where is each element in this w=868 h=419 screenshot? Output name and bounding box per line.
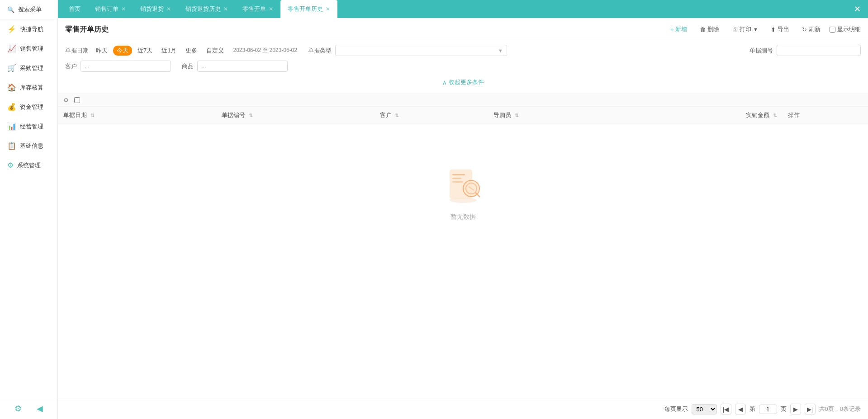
sidebar-item-inventory[interactable]: 🏠 库存核算 [0,78,57,97]
page-number-input[interactable] [759,405,777,414]
add-label: + 新增 [670,25,687,33]
sort-date-icon[interactable]: ⇅ [90,113,95,118]
tab-retail-open[interactable]: 零售开单 ✕ [235,0,280,18]
sidebar-item-sales-mgmt[interactable]: 📈 销售管理 [0,39,57,58]
tab-label: 销货退货 [140,5,164,13]
window-close-icon[interactable]: ✕ [850,4,864,14]
pagination: 每页显示 10 20 50 100 |◀ ◀ 第 页 ▶ ▶| 共0页，0条记录 [58,399,868,419]
date-opt-7days[interactable]: 近7天 [134,46,156,56]
sort-amount-icon[interactable]: ⇅ [773,113,777,118]
per-page-label: 每页显示 [664,405,688,413]
tab-close-icon[interactable]: ✕ [223,6,228,12]
tab-sales-order[interactable]: 销售订单 ✕ [88,0,133,18]
display-detail-checkbox[interactable] [830,27,835,33]
sidebar-item-label: 基础信息 [20,142,43,150]
type-filter: 单据类型 ▼ [308,45,739,56]
goods-dots: ... [201,63,206,70]
first-page-button[interactable]: |◀ [721,404,731,414]
svg-rect-3 [452,178,461,179]
number-input[interactable] [777,45,861,56]
collapse-button[interactable]: ∧ 收起更多条件 [65,76,861,88]
column-settings-icon[interactable]: ⚙ [63,97,69,104]
date-filter: 单据日期 昨天 今天 近7天 近1月 更多 自定义 2023-06-02 至 2… [65,46,297,56]
table-toolbar: ⚙ [58,94,868,107]
col-number: 单据编号 ⇅ [216,107,375,124]
sidebar-item-label: 采购管理 [20,64,43,72]
sidebar-item-label: 快捷导航 [20,25,43,33]
sort-salesperson-icon[interactable]: ⇅ [515,113,519,118]
page-title: 零售开单历史 [65,25,109,34]
tab-home[interactable]: 首页 [62,0,88,18]
page-label-end: 页 [781,405,787,413]
collapse-sidebar-icon[interactable]: ◀ [37,404,43,414]
tab-close-icon[interactable]: ✕ [166,6,171,12]
tab-close-icon[interactable]: ✕ [121,6,126,12]
sidebar-item-label: 库存核算 [20,84,43,92]
add-button[interactable]: + 新增 [667,24,691,35]
next-page-button[interactable]: ▶ [790,404,801,414]
goods-filter: 商品 ... [182,61,288,72]
customer-select[interactable]: ... [81,61,171,72]
purchase-icon: 🛒 [7,64,16,72]
tab-bar: 首页 销售订单 ✕ 销货退货 ✕ 销货退货历史 ✕ 零售开单 ✕ 零售开单历史 … [58,0,868,18]
system-icon: ⚙ [7,161,14,169]
finance-icon: 💰 [7,103,16,111]
sidebar-item-label: 系统管理 [17,161,41,169]
goods-filter-label: 商品 [182,62,194,71]
collapse-icon: ∧ [442,79,447,86]
operations-icon: 📊 [7,122,16,131]
col-date: 单据日期 ⇅ [58,107,216,124]
sidebar-item-operations[interactable]: 📊 经营管理 [0,117,57,136]
toolbar: + 新增 🗑 删除 🖨 打印 ▼ ⬆ 导出 ↻ 刷新 [667,24,861,35]
tab-close-icon[interactable]: ✕ [269,6,273,12]
date-opt-custom[interactable]: 自定义 [203,46,228,56]
basic-info-icon: 📋 [7,141,16,150]
refresh-button[interactable]: ↻ 刷新 [798,24,824,35]
display-detail-toggle[interactable]: 显示明细 [830,25,861,33]
sidebar-item-finance[interactable]: 💰 资金管理 [0,97,57,117]
prev-page-button[interactable]: ◀ [735,404,746,414]
refresh-icon: ↻ [802,26,807,33]
tab-sales-return-history[interactable]: 销货退货历史 ✕ [178,0,235,18]
date-opt-yesterday[interactable]: 昨天 [92,46,111,56]
print-button[interactable]: 🖨 打印 ▼ [728,24,762,35]
sales-icon: 📈 [7,44,16,53]
tab-close-icon[interactable]: ✕ [326,6,330,12]
sort-number-icon[interactable]: ⇅ [249,113,253,118]
tab-retail-open-history[interactable]: 零售开单历史 ✕ [280,0,337,18]
date-opt-1month[interactable]: 近1月 [158,46,180,56]
col-amount: 实销金额 ⇅ [624,107,783,124]
date-opt-today[interactable]: 今天 [113,46,132,56]
tab-label: 销售订单 [95,5,119,13]
search-icon: 🔍 [7,6,14,13]
refresh-label: 刷新 [809,25,821,33]
inventory-icon: 🏠 [7,83,16,92]
sidebar-search[interactable]: 🔍 搜索采单 [0,0,57,19]
pagination-info: 共0页，0条记录 [819,405,861,413]
tab-sales-return[interactable]: 销货退货 ✕ [133,0,178,18]
date-range-value: 2023-06-02 至 2023-06-02 [233,47,297,54]
type-dropdown-icon: ▼ [498,48,503,53]
sidebar-item-purchase-mgmt[interactable]: 🛒 采购管理 [0,58,57,78]
last-page-button[interactable]: ▶| [805,404,816,414]
sidebar: 🔍 搜索采单 ⚡ 快捷导航 📈 销售管理 🛒 采购管理 🏠 库存核算 💰 资金管… [0,0,58,419]
sidebar-item-system[interactable]: ⚙ 系统管理 [0,155,57,175]
sidebar-search-label: 搜索采单 [18,5,42,14]
date-opt-more[interactable]: 更多 [182,46,201,56]
select-all-checkbox[interactable] [74,97,80,103]
sidebar-item-basic-info[interactable]: 📋 基础信息 [0,136,57,155]
goods-select[interactable]: ... [197,61,288,72]
delete-button[interactable]: 🗑 删除 [696,24,723,35]
type-select[interactable]: ▼ [335,45,507,56]
collapse-label: 收起更多条件 [449,78,484,86]
table-container: ⚙ 单据日期 ⇅ 单据编号 ⇅ 客户 [58,94,868,399]
tab-label: 零售开单历史 [288,5,323,13]
settings-bottom-icon[interactable]: ⚙ [14,404,22,414]
export-button[interactable]: ⬆ 导出 [767,24,793,35]
sort-customer-icon[interactable]: ⇅ [395,113,399,118]
main-area: 首页 销售订单 ✕ 销货退货 ✕ 销货退货历史 ✕ 零售开单 ✕ 零售开单历史 … [58,0,868,419]
export-label: 导出 [778,25,789,33]
per-page-select[interactable]: 10 20 50 100 [692,404,717,414]
tab-home-label: 首页 [69,5,81,13]
sidebar-item-quick-nav[interactable]: ⚡ 快捷导航 [0,19,57,39]
